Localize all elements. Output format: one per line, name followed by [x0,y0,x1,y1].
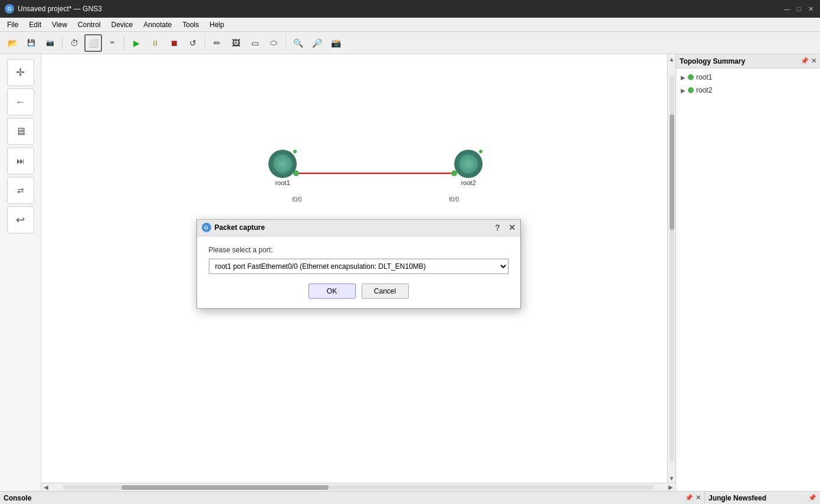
sep4 [286,36,286,50]
topology-header: Topology Summary 📌 ✕ [676,54,820,68]
port-label-root1: f0/0 [292,196,302,203]
topo-item-root1[interactable]: ▶ root1 [676,71,820,84]
screenshot-button[interactable]: 📸 [327,34,345,52]
zoom-out-button[interactable]: 🔎 [308,34,326,52]
maximize-button[interactable]: □ [794,4,803,14]
dialog-help-button[interactable]: ? [495,223,500,232]
router-label-root1: root1 [275,179,290,186]
router-indicator-root1 [292,149,298,154]
canvas-area[interactable]: root1 f0/0 root2 f0/0 G Packet capture ?… [41,54,675,491]
open-folder-button[interactable]: 📂 [4,34,21,52]
bend-button[interactable]: ↩ [7,206,34,233]
minimize-button[interactable]: — [782,4,792,14]
console-pin-button[interactable]: 📌 [685,494,693,502]
port-label-root2: f0/0 [449,196,459,203]
move-tool-button[interactable]: ✛ [7,59,34,86]
menu-tools[interactable]: Tools [178,19,204,30]
scrollbar-h-track[interactable] [63,485,654,490]
jungle-pin-button[interactable]: 📌 [808,494,816,502]
back-button[interactable]: ← [7,88,34,116]
sep3 [205,36,205,50]
console-close-button[interactable]: ✕ [696,494,701,502]
menu-view[interactable]: View [47,19,72,30]
menu-bar: File Edit View Control Device Annotate T… [0,18,820,32]
topology-pin-button[interactable]: 📌 [801,57,809,65]
scrollbar-horizontal[interactable]: ◀ ▶ [41,483,675,491]
menu-annotate[interactable]: Annotate [139,19,176,30]
select-button[interactable]: ⬜ [84,34,102,52]
topology-close-button[interactable]: ✕ [811,57,816,65]
stop-button[interactable]: ⏹ [165,34,183,52]
router-label-root2: root2 [461,179,475,186]
topo-chevron-root1: ▶ [681,74,685,81]
dialog-port-select[interactable]: root1 port FastEthernet0/0 (Ethernet enc… [209,258,509,274]
timer-button[interactable]: ⏱ [65,34,83,52]
next-button[interactable]: ⏭ [7,147,34,174]
jungle-panel: Jungle Newsfeed 📌 G GNS3 Jungle THE ONLY… [705,492,820,504]
menu-file[interactable]: File [2,19,23,30]
jungle-header: Jungle Newsfeed 📌 [705,492,820,504]
snapshot-button[interactable]: 📷 [41,34,59,52]
topo-chevron-root2: ▶ [681,87,685,94]
menu-control[interactable]: Control [73,19,106,30]
scrollbar-vertical[interactable]: ▲ ▼ [667,54,675,483]
console-panel: Console 📌 ✕ GNS3 management console. Run… [0,492,705,504]
add-rect-button[interactable]: ▭ [246,34,264,52]
scrollbar-h-thumb[interactable] [122,485,329,490]
play-button[interactable]: ▶ [127,34,145,52]
title-controls[interactable]: — □ ✕ [782,4,815,14]
router-icon-root2 [454,150,483,178]
add-image-button[interactable]: 🖼 [227,34,245,52]
dialog-close-button[interactable]: ✕ [509,223,516,232]
left-toolbar: ✛ ← 🖥 ⏭ ⇄ ↩ [0,54,41,491]
dialog-app-icon: G [202,223,211,232]
menu-edit[interactable]: Edit [24,19,46,30]
scrollbar-v-track[interactable] [670,75,674,462]
topo-status-root1 [688,74,694,80]
sep2 [124,36,124,50]
toolbar: 📂 💾 📷 ⏱ ⬜ ⌨ ▶ ⏸ ⏹ ↺ ✏ 🖼 ▭ ⬭ 🔍 🔎 📸 [0,32,820,54]
zoom-in-button[interactable]: 🔍 [289,34,307,52]
save-button[interactable]: 💾 [22,34,40,52]
reload-button[interactable]: ↺ [184,34,202,52]
topology-panel: Topology Summary 📌 ✕ ▶ root1 ▶ root2 [675,54,820,491]
dialog-prompt: Please select a port: [209,245,509,253]
packet-capture-dialog: G Packet capture ? ✕ Please select a por… [196,219,521,308]
router-indicator-root2 [478,149,484,154]
topo-item-root2[interactable]: ▶ root2 [676,84,820,97]
topology-body: ▶ root1 ▶ root2 [676,68,820,491]
title-bar: G Unsaved project* — GNS3 — □ ✕ [0,0,820,18]
router-node-root1[interactable]: root1 f0/0 [268,150,297,186]
sep1 [62,36,63,50]
router-icon-root1 [268,150,297,178]
title-bar-left: G Unsaved project* — GNS3 [5,4,102,14]
bottom-area: Console 📌 ✕ GNS3 management console. Run… [0,491,820,504]
menu-device[interactable]: Device [107,19,138,30]
monitor-button[interactable]: 🖥 [7,118,34,145]
switch-button[interactable]: ⇄ [7,177,34,204]
main-area: ✛ ← 🖥 ⏭ ⇄ ↩ root1 f0/0 root2 [0,54,820,491]
menu-help[interactable]: Help [205,19,229,30]
add-ellipse-button[interactable]: ⬭ [265,34,283,52]
dialog-buttons: OK Cancel [209,283,509,298]
dialog-title-text: Packet capture [215,223,265,232]
dialog-ok-button[interactable]: OK [309,283,356,298]
app-icon: G [5,4,14,14]
jungle-title: Jungle Newsfeed [709,494,766,502]
topology-controls[interactable]: 📌 ✕ [801,57,816,65]
router-node-root2[interactable]: root2 f0/0 [454,150,483,186]
topo-name-root1: root1 [696,73,712,81]
terminal-button[interactable]: ⌨ [103,34,121,52]
topo-name-root2: root2 [696,86,712,94]
annotate-text-button[interactable]: ✏ [208,34,226,52]
console-header: Console 📌 ✕ [0,492,704,504]
dialog-titlebar: G Packet capture ? ✕ [197,219,520,236]
topo-status-root2 [688,87,694,93]
dialog-title-left: G Packet capture [202,223,265,232]
dialog-cancel-button[interactable]: Cancel [362,283,409,298]
title-text: Unsaved project* — GNS3 [18,5,102,13]
pause-button[interactable]: ⏸ [146,34,164,52]
close-button[interactable]: ✕ [806,4,815,14]
console-title: Console [4,494,31,502]
scrollbar-v-thumb[interactable] [670,114,674,230]
